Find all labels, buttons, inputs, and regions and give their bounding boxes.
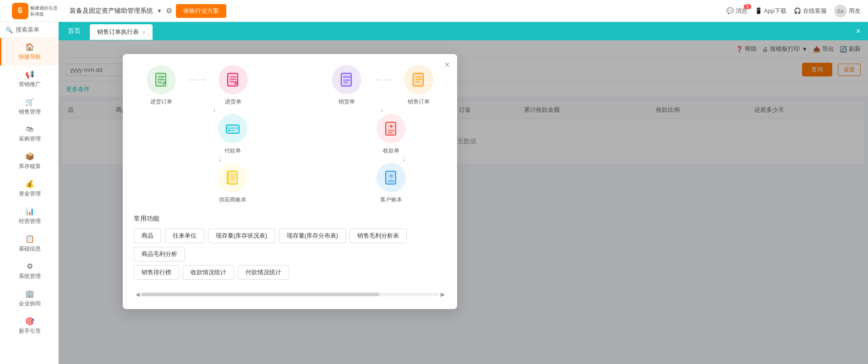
flow-node-receipt-label: 收款单 xyxy=(383,147,399,155)
sidebar-item-label: 新手引导 xyxy=(19,327,41,335)
tab-bar: 首页 销售订单执行表 × × xyxy=(59,22,868,40)
user-label: 用友 xyxy=(849,7,861,15)
func-btn-goods-gross[interactable]: 商品毛利分析 xyxy=(134,247,185,261)
payment-icon xyxy=(218,114,247,143)
common-functions-section: 常用功能 商品 往来单位 现存量(库存状况表) 现存量(库存分布表) 销售毛利分… xyxy=(134,215,446,280)
sidebar-item-quick-nav[interactable]: 🏠 快捷导航 xyxy=(0,38,58,65)
modal-overlay[interactable]: × 进货订单 xyxy=(59,40,868,364)
sidebar-item-label: 销售管理 xyxy=(19,108,41,116)
app-download-btn[interactable]: 📱 App下载 xyxy=(755,7,786,15)
func-btn-goods[interactable]: 商品 xyxy=(134,228,161,243)
headset-icon: 🎧 xyxy=(794,7,801,14)
receipt-icon xyxy=(377,114,406,143)
func-btn-gross-analysis[interactable]: 销售毛利分析表 xyxy=(349,228,407,243)
sales-icon: 🛒 xyxy=(25,98,34,106)
newbie-icon: 🎯 xyxy=(25,317,34,326)
main-area: 🔍 搜索菜单 🏠 快捷导航 📢 营销推广 🛒 销售管理 🛍 采购管理 📦 xyxy=(0,22,868,364)
tab-sales-order-label: 销售订单执行表 xyxy=(97,28,139,36)
sidebar-item-marketing[interactable]: 📢 营销推广 xyxy=(0,65,58,93)
user-menu-btn[interactable]: Ea 用友 xyxy=(834,5,861,17)
sidebar-item-system[interactable]: ⚙ 系统管理 xyxy=(0,257,58,285)
supplier-ledger-icon xyxy=(218,163,247,192)
top-bar-right: 💬 消息 6 📱 App下载 🎧 在线客服 Ea 用友 xyxy=(726,5,861,17)
avatar: Ea xyxy=(834,5,847,17)
flow-node-purchase-bill[interactable]: 进货单 xyxy=(206,65,261,106)
flow-right-group: 销货单 ← - - - 销售订单 xyxy=(319,65,446,106)
purchase-bill-icon xyxy=(218,65,248,94)
sidebar-item-finance[interactable]: 💰 资金管理 xyxy=(0,175,58,202)
spacer-left2 xyxy=(189,106,205,114)
down-arrow-left: ↓ xyxy=(205,106,224,114)
sales-bill-icon xyxy=(332,65,361,94)
trial-button[interactable]: 体验行业方案 xyxy=(176,4,226,18)
sidebar-item-label: 快捷导航 xyxy=(19,53,41,61)
sidebar-item-purchase[interactable]: 🛍 采购管理 xyxy=(0,120,58,147)
flow-row-3: 供应商账本 客户账本 xyxy=(134,163,446,204)
app-download-icon: 📱 xyxy=(755,7,762,14)
online-service-btn[interactable]: 🎧 在线客服 xyxy=(794,7,827,15)
svg-point-38 xyxy=(389,174,393,178)
finance-icon: 💰 xyxy=(25,179,34,188)
func-btn-sales-rank[interactable]: 销售排行榜 xyxy=(134,265,179,280)
func-buttons-row2: 销售排行榜 收款情况统计 付款情况统计 xyxy=(134,265,446,280)
search-menu-btn[interactable]: 🔍 搜索菜单 xyxy=(0,22,58,38)
flow-arrows-down-row2: ↓ ↓ xyxy=(134,155,446,163)
flow-node-purchase-bill-label: 进货单 xyxy=(225,98,241,106)
sidebar-item-sales[interactable]: 🛒 销售管理 xyxy=(0,93,58,120)
svg-point-10 xyxy=(234,81,238,85)
scroll-right-arrow[interactable]: ▶ xyxy=(439,291,446,298)
func-btn-payment-stat[interactable]: 付款情况统计 xyxy=(238,265,289,280)
purchase-icon: 🛍 xyxy=(26,125,33,133)
top-bar-left: 6 畅康通好生意 标准版 装备及固定资产辅助管理系统 ▼ ⚙ 体验行业方案 xyxy=(7,0,726,22)
sidebar-item-label: 基础信息 xyxy=(19,245,41,253)
tab-home[interactable]: 首页 xyxy=(59,22,90,40)
flow-node-receipt[interactable]: 收款单 xyxy=(364,114,419,155)
flow-node-supplier-ledger[interactable]: 供应商账本 xyxy=(205,163,260,204)
tab-close-icon[interactable]: × xyxy=(142,29,145,35)
sidebar-item-operations[interactable]: 📊 经营管理 xyxy=(0,202,58,230)
flow-node-customer-ledger-label: 客户账本 xyxy=(380,196,402,204)
flow-node-payment-label: 付款单 xyxy=(224,147,241,155)
flow-node-customer-ledger[interactable]: 客户账本 xyxy=(364,163,419,204)
svg-rect-11 xyxy=(341,73,351,86)
flow-middle-spacer2 xyxy=(224,106,373,114)
online-service-label: 在线客服 xyxy=(803,7,827,15)
sidebar-item-label: 采购管理 xyxy=(19,135,41,143)
sidebar-item-label: 经营管理 xyxy=(19,217,41,225)
app-wrapper: 6 畅康通好生意 标准版 装备及固定资产辅助管理系统 ▼ ⚙ 体验行业方案 💬 … xyxy=(0,0,868,364)
tab-sales-order[interactable]: 销售订单执行表 × xyxy=(90,24,153,40)
tab-home-label: 首页 xyxy=(68,27,81,35)
func-btn-stock-status[interactable]: 现存量(库存状况表) xyxy=(208,228,275,243)
operations-icon: 📊 xyxy=(25,207,34,216)
flow-node-sales-order[interactable]: 销售订单 xyxy=(391,65,446,106)
app-download-label: App下载 xyxy=(764,7,786,15)
flow-node-sales-bill[interactable]: 销货单 xyxy=(319,65,374,106)
func-btn-collection-stat[interactable]: 收款情况统计 xyxy=(183,265,234,280)
scroll-left-arrow[interactable]: ◀ xyxy=(134,291,141,298)
func-btn-stock-dist[interactable]: 现存量(库存分布表) xyxy=(279,228,346,243)
scroll-track[interactable] xyxy=(141,293,439,296)
spacer-left xyxy=(134,106,189,114)
page-content: ❓ 帮助 🖨 按模板打印 ▼ 📤 导出 🔄 xyxy=(59,40,868,364)
window-close-btn[interactable]: × xyxy=(852,27,864,36)
settings-icon-btn[interactable]: ⚙ xyxy=(166,6,172,15)
flow-arrow-1: - - - → xyxy=(189,75,206,96)
purchase-order-icon xyxy=(147,65,176,94)
flow-node-purchase-order[interactable]: 进货订单 xyxy=(134,65,189,106)
svg-rect-25 xyxy=(231,130,235,131)
sidebar-item-enterprise[interactable]: 🏢 企业协同 xyxy=(0,285,58,312)
sidebar-item-basic-info[interactable]: 📋 基础信息 xyxy=(0,230,58,257)
spacer3 xyxy=(134,155,205,163)
svg-rect-26 xyxy=(386,122,396,135)
common-functions-title: 常用功能 xyxy=(134,215,446,223)
func-btn-partner[interactable]: 往来单位 xyxy=(165,228,204,243)
message-btn[interactable]: 💬 消息 6 xyxy=(726,7,748,15)
sidebar-item-inventory[interactable]: 📦 库存核算 xyxy=(0,147,58,175)
logo-icon: 6 xyxy=(12,3,28,19)
system-dropdown-btn[interactable]: ▼ xyxy=(157,8,162,14)
flow-node-payment[interactable]: 付款单 xyxy=(205,114,260,155)
home-icon: 🏠 xyxy=(25,43,34,51)
down-arrow3: ↓ xyxy=(205,155,235,163)
sidebar-item-newbie[interactable]: 🎯 新手引导 xyxy=(0,312,58,340)
modal-close-btn[interactable]: × xyxy=(444,60,450,70)
